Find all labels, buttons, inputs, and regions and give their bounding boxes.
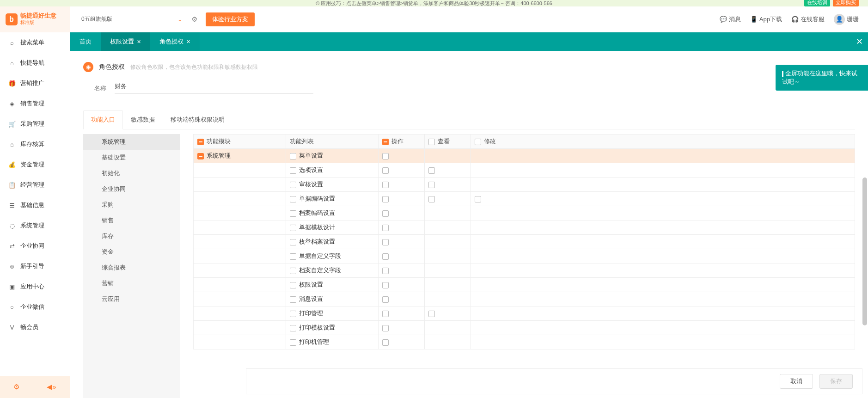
category-item[interactable]: 云应用 [83, 291, 180, 307]
nav-item[interactable]: ☰基础信息 [0, 195, 70, 215]
support-link[interactable]: 🎧在线客服 [791, 15, 825, 24]
gear-icon[interactable]: ⚙ [191, 15, 197, 24]
category-item[interactable]: 采购 [83, 197, 180, 213]
checkbox[interactable] [382, 253, 389, 260]
category-item[interactable]: 销售 [83, 213, 180, 228]
checkbox[interactable] [382, 239, 389, 245]
table-row: 打印模板设置 [194, 321, 855, 335]
category-item[interactable]: 营销 [83, 276, 180, 291]
itab-sensitive[interactable]: 敏感数据 [123, 110, 163, 129]
checkbox[interactable] [382, 268, 389, 274]
tab-permission-settings[interactable]: 权限设置✕ [101, 32, 150, 51]
checkbox[interactable] [197, 153, 204, 159]
checkbox[interactable] [290, 196, 296, 202]
checkbox[interactable] [382, 182, 389, 188]
nav-item[interactable]: 🎁营销推广 [0, 73, 70, 93]
nav-item[interactable]: ⌂库存核算 [0, 134, 70, 154]
nav-icon: V [8, 324, 16, 331]
tab-home[interactable]: 首页 [70, 32, 101, 51]
checkbox[interactable] [428, 167, 435, 174]
close-icon[interactable]: ✕ [137, 39, 141, 45]
collapse-icon[interactable]: ◀» [47, 383, 56, 391]
checkbox[interactable] [290, 325, 296, 331]
category-list: 系统管理基础设置初始化企业协同采购销售库存资金综合报表营销云应用 [83, 134, 180, 398]
checkbox[interactable] [382, 153, 389, 159]
checkbox[interactable] [290, 282, 296, 288]
checkbox[interactable] [382, 311, 389, 317]
checkbox-all-edit[interactable] [475, 139, 481, 145]
buy-button[interactable]: 立即购买 [833, 0, 859, 6]
category-item[interactable]: 企业协同 [83, 181, 180, 197]
nav-item[interactable]: 🛒采购管理 [0, 114, 70, 134]
close-all-tabs[interactable]: ✕ [850, 32, 868, 51]
checkbox[interactable] [382, 325, 389, 331]
checkbox[interactable] [290, 210, 296, 217]
checkbox[interactable] [382, 167, 389, 174]
checkbox[interactable] [290, 225, 296, 231]
fullscreen-tip[interactable]: 全屏功能在这里哦，快来试试吧～ [776, 65, 868, 91]
checkbox[interactable] [428, 196, 435, 202]
table-row: 单据自定义字段 [194, 249, 855, 263]
checkbox[interactable] [290, 153, 296, 159]
logo-icon: b [6, 13, 18, 25]
checkbox[interactable] [290, 339, 296, 346]
training-button[interactable]: 在线培训 [804, 0, 830, 6]
nav-label: 系统管理 [20, 221, 44, 230]
close-icon[interactable]: ✕ [186, 39, 190, 45]
app-download-link[interactable]: 📱App下载 [750, 15, 782, 24]
nav-item[interactable]: ⌕搜索菜单 [0, 32, 70, 53]
category-item[interactable]: 综合报表 [83, 260, 180, 276]
checkbox[interactable] [382, 296, 389, 303]
checkbox[interactable] [290, 296, 296, 303]
category-item[interactable]: 基础设置 [83, 150, 180, 165]
category-item[interactable]: 库存 [83, 228, 180, 244]
checkbox-all-action[interactable] [382, 139, 389, 145]
checkbox[interactable] [290, 311, 296, 317]
role-name-input[interactable]: 财务 [115, 82, 313, 94]
nav-item[interactable]: ◌系统管理 [0, 215, 70, 236]
settings-icon[interactable]: ⚙ [13, 383, 19, 391]
nav-item[interactable]: 💰资金管理 [0, 154, 70, 175]
try-industry-button[interactable]: 体验行业方案 [206, 12, 255, 26]
tab-role-auth[interactable]: 角色授权✕ [150, 32, 200, 51]
nav-icon: ▣ [8, 283, 16, 290]
checkbox-all-view[interactable] [428, 139, 435, 145]
checkbox[interactable] [290, 167, 296, 174]
scrollbar[interactable] [862, 178, 867, 325]
checkbox[interactable] [290, 253, 296, 260]
nav-item[interactable]: ⌂快捷导航 [0, 53, 70, 73]
checkbox[interactable] [428, 311, 435, 317]
checkbox[interactable] [382, 225, 389, 231]
itab-mobile[interactable]: 移动端特殊权限说明 [163, 110, 232, 129]
checkbox[interactable] [382, 282, 389, 288]
nav-item[interactable]: ⇄企业协同 [0, 236, 70, 256]
logo[interactable]: b 畅捷通好生意 标准版 [0, 6, 70, 32]
checkbox[interactable] [290, 239, 296, 245]
checkbox[interactable] [428, 182, 435, 188]
messages-link[interactable]: 💬消息 [720, 15, 741, 24]
category-item[interactable]: 资金 [83, 244, 180, 260]
checkbox[interactable] [382, 210, 389, 217]
table-row: 枚举档案设置 [194, 235, 855, 249]
nav-label: 企业微信 [20, 303, 44, 311]
nav-item[interactable]: ☺新手引导 [0, 256, 70, 276]
checkbox[interactable] [290, 268, 296, 274]
itab-function[interactable]: 功能入口 [83, 110, 123, 129]
checkbox[interactable] [290, 182, 296, 188]
category-item[interactable]: 系统管理 [83, 134, 180, 150]
checkbox-all-module[interactable] [197, 139, 204, 145]
cancel-button[interactable]: 取消 [780, 374, 813, 389]
nav-label: 搜索菜单 [20, 38, 44, 47]
save-button[interactable]: 保存 [819, 374, 853, 389]
nav-item[interactable]: ○企业微信 [0, 297, 70, 317]
org-select[interactable]: 0五组旗舰版 ⌄ [79, 13, 185, 26]
checkbox[interactable] [382, 339, 389, 346]
category-item[interactable]: 初始化 [83, 165, 180, 181]
nav-item[interactable]: ◈销售管理 [0, 93, 70, 114]
nav-item[interactable]: ▣应用中心 [0, 276, 70, 297]
user-menu[interactable]: 👤珊珊 [834, 14, 859, 25]
checkbox[interactable] [475, 196, 481, 202]
nav-item[interactable]: V畅会员 [0, 317, 70, 337]
checkbox[interactable] [382, 196, 389, 202]
nav-item[interactable]: 📋经营管理 [0, 175, 70, 195]
